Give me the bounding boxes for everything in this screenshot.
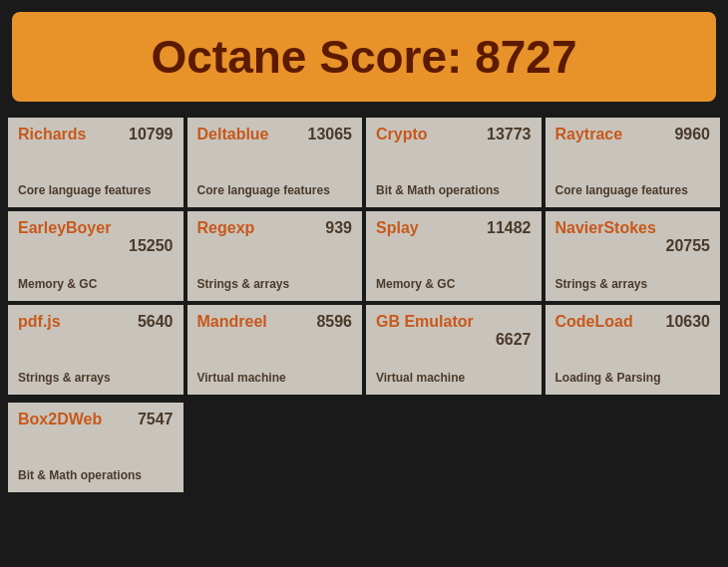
name-score-wrap: CodeLoad 10630 bbox=[555, 313, 711, 331]
benchmark-score: 10630 bbox=[666, 313, 711, 331]
benchmark-score: 939 bbox=[325, 219, 352, 237]
benchmark-item: pdf.js 5640 Strings & arrays bbox=[8, 305, 183, 395]
benchmark-name: EarleyBoyer bbox=[18, 219, 174, 237]
name-score-wrap: EarleyBoyer 15250 bbox=[18, 219, 174, 255]
benchmark-item: GB Emulator 6627 Virtual machine bbox=[366, 305, 542, 395]
benchmark-category: Strings & arrays bbox=[197, 277, 353, 291]
benchmark-category: Core language features bbox=[18, 183, 174, 197]
name-score-wrap: Crypto 13773 bbox=[376, 126, 532, 143]
benchmark-score: 20755 bbox=[555, 237, 711, 255]
benchmark-category: Strings & arrays bbox=[555, 277, 711, 291]
benchmark-name: Regexp bbox=[197, 219, 255, 237]
benchmark-category: Strings & arrays bbox=[18, 371, 174, 385]
benchmark-category: Bit & Math operations bbox=[376, 183, 532, 197]
benchmark-category: Core language features bbox=[197, 183, 353, 197]
benchmark-score: 6627 bbox=[376, 331, 532, 349]
name-score-wrap: NavierStokes 20755 bbox=[555, 219, 711, 255]
benchmarks-grid: Richards 10799 Core language features De… bbox=[0, 114, 728, 403]
benchmark-category: Memory & GC bbox=[376, 277, 532, 291]
benchmark-name: pdf.js bbox=[18, 313, 61, 331]
name-score-wrap: GB Emulator 6627 bbox=[376, 313, 532, 349]
benchmark-score: 5640 bbox=[138, 313, 174, 331]
name-score-wrap: Richards 10799 bbox=[18, 126, 174, 143]
octane-score-title: Octane Score: 8727 bbox=[32, 30, 696, 84]
benchmark-name: Mandreel bbox=[197, 313, 267, 331]
benchmark-item: NavierStokes 20755 Strings & arrays bbox=[546, 211, 721, 301]
benchmark-category: Bit & Math operations bbox=[18, 468, 174, 482]
benchmark-item: CodeLoad 10630 Loading & Parsing bbox=[546, 305, 721, 395]
benchmark-score: 13065 bbox=[308, 126, 353, 143]
benchmark-item: Regexp 939 Strings & arrays bbox=[187, 211, 363, 301]
benchmark-category: Virtual machine bbox=[197, 371, 353, 385]
benchmark-name: Raytrace bbox=[555, 126, 623, 143]
benchmark-name: Richards bbox=[18, 126, 86, 143]
name-score-wrap: Splay 11482 bbox=[376, 219, 532, 237]
benchmark-category: Virtual machine bbox=[376, 371, 532, 385]
benchmark-name: CodeLoad bbox=[555, 313, 633, 331]
name-score-wrap: Regexp 939 bbox=[197, 219, 353, 237]
name-score-wrap: Box2DWeb 7547 bbox=[18, 411, 174, 428]
benchmark-category: Loading & Parsing bbox=[555, 371, 711, 385]
benchmark-item: Crypto 13773 Bit & Math operations bbox=[366, 118, 542, 207]
benchmark-score: 8596 bbox=[316, 313, 352, 331]
benchmark-score: 10799 bbox=[129, 126, 174, 143]
name-score-wrap: Deltablue 13065 bbox=[197, 126, 353, 143]
benchmark-name: NavierStokes bbox=[555, 219, 711, 237]
name-score-wrap: pdf.js 5640 bbox=[18, 313, 174, 331]
header: Octane Score: 8727 bbox=[0, 12, 728, 102]
benchmark-item: EarleyBoyer 15250 Memory & GC bbox=[8, 211, 183, 301]
benchmark-score: 9960 bbox=[674, 126, 710, 143]
benchmark-score: 13773 bbox=[487, 126, 532, 143]
benchmark-item: Splay 11482 Memory & GC bbox=[366, 211, 542, 301]
benchmark-item: Box2DWeb 7547 Bit & Math operations bbox=[8, 403, 183, 492]
benchmark-item: Richards 10799 Core language features bbox=[8, 118, 183, 207]
benchmark-grid: Richards 10799 Core language features De… bbox=[0, 114, 728, 500]
benchmark-name: Deltablue bbox=[197, 126, 269, 143]
benchmark-name: Splay bbox=[376, 219, 419, 237]
benchmark-name: Crypto bbox=[376, 126, 428, 143]
benchmark-name: GB Emulator bbox=[376, 313, 532, 331]
benchmark-item: Deltablue 13065 Core language features bbox=[187, 118, 363, 207]
benchmark-name: Box2DWeb bbox=[18, 411, 102, 428]
bottom-benchmarks-row: Box2DWeb 7547 Bit & Math operations bbox=[0, 403, 728, 500]
benchmark-item: Mandreel 8596 Virtual machine bbox=[187, 305, 363, 395]
benchmark-category: Memory & GC bbox=[18, 277, 174, 291]
benchmark-score: 11482 bbox=[487, 219, 532, 237]
benchmark-item: Raytrace 9960 Core language features bbox=[546, 118, 721, 207]
benchmark-score: 15250 bbox=[18, 237, 174, 255]
benchmark-score: 7547 bbox=[138, 411, 174, 428]
score-banner: Octane Score: 8727 bbox=[12, 12, 716, 102]
benchmark-category: Core language features bbox=[555, 183, 711, 197]
name-score-wrap: Raytrace 9960 bbox=[555, 126, 711, 143]
name-score-wrap: Mandreel 8596 bbox=[197, 313, 353, 331]
